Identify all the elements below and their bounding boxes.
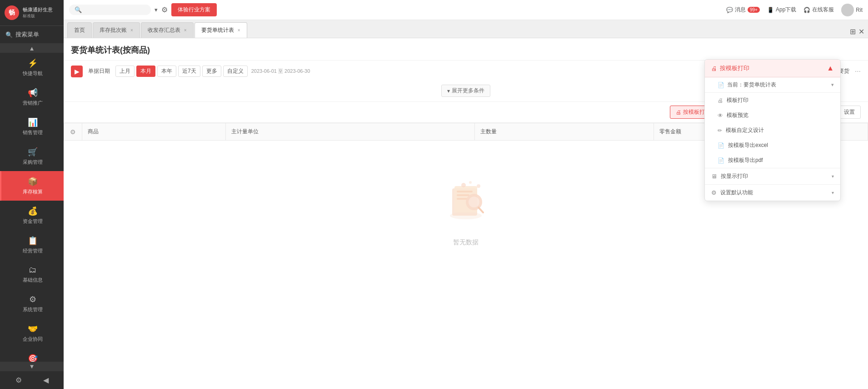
basic-icon: 🗂 <box>29 265 37 275</box>
svg-point-11 <box>477 184 480 188</box>
print-dropdown: 🖨 按模板打印 ▲ 📄 当前：要货单统计表 ▾ 🖨 模板打印 👁 模板预览 ✏ … <box>704 59 841 201</box>
tab-collection-summary[interactable]: 收发存汇总表 × <box>141 22 194 38</box>
template-preview-item[interactable]: 👁 模板预览 <box>705 108 840 123</box>
headset-icon: 🎧 <box>803 7 810 13</box>
online-service-btn[interactable]: 🎧 在线客服 <box>803 6 834 14</box>
current-template-icon: 📄 <box>718 82 724 88</box>
sidebar-item-operations[interactable]: 📋 经营管理 <box>0 230 64 260</box>
svg-point-9 <box>461 183 466 187</box>
topbar-right: 💬 消息 99+ 📱 App下载 🎧 在线客服 Rit <box>726 4 863 16</box>
app-download-icon: 📱 <box>767 7 774 13</box>
tab-collection-summary-close[interactable]: × <box>184 28 187 33</box>
current-template-item[interactable]: 📄 当前：要货单统计表 ▾ <box>705 77 840 92</box>
empty-svg <box>439 177 493 222</box>
message-label: 消息 <box>735 6 746 14</box>
ellipsis-icon: ⋯ <box>855 68 861 75</box>
sidebar-item-cooperation[interactable]: 🤝 企业协同 <box>0 318 64 348</box>
industry-btn[interactable]: 体验行业方案 <box>171 3 217 16</box>
topbar-dropdown-icon[interactable]: ▾ <box>155 6 158 13</box>
template-print-item[interactable]: 🖨 模板打印 <box>705 93 840 108</box>
search-icon: 🔍 <box>75 6 82 13</box>
sidebar-item-purchase[interactable]: 🛒 采购管理 <box>0 141 64 171</box>
template-design-item[interactable]: ✏ 模板自定义设计 <box>705 123 840 138</box>
username: Rit <box>856 7 863 13</box>
tab-home[interactable]: 首页 <box>67 22 92 38</box>
sidebar-item-basic[interactable]: 🗂 基础信息 <box>0 260 64 289</box>
date-btn-this-month[interactable]: 本月 <box>136 66 155 77</box>
table-settings-icon[interactable]: ⚙ <box>70 128 76 136</box>
sidebar-item-label: 系统管理 <box>23 306 43 313</box>
sidebar-item-label: 基础信息 <box>23 277 43 283</box>
sidebar-item-finance[interactable]: 💰 资金管理 <box>0 201 64 230</box>
date-btn-last-month[interactable]: 上月 <box>115 66 135 77</box>
svg-rect-4 <box>457 194 469 196</box>
search-input[interactable] <box>85 7 139 13</box>
settings-icon[interactable]: ⚙ <box>15 376 22 384</box>
date-btn-more[interactable]: 更多 <box>202 66 221 77</box>
page-title: 要货单统计表(按商品) <box>71 45 861 56</box>
sidebar-item-label: 企业协同 <box>23 336 43 343</box>
sidebar-item-sales[interactable]: 📊 销售管理 <box>0 112 64 141</box>
current-template-section: 📄 当前：要货单统计表 ▾ <box>705 77 840 93</box>
collapse-icon[interactable]: ◀ <box>43 376 49 384</box>
sidebar-item-system[interactable]: ⚙ 系统管理 <box>0 289 64 318</box>
tab-inventory-batch-label: 库存批次账 <box>100 26 127 34</box>
col-quantity: 主数量 <box>475 123 654 141</box>
message-icon: 💬 <box>726 7 733 13</box>
tab-expand-icon[interactable]: ⊞ <box>850 27 856 36</box>
print-dropdown-header: 🖨 按模板打印 ▲ <box>705 60 840 77</box>
date-btn-custom[interactable]: 自定义 <box>223 66 248 77</box>
tab-order-stats-label: 要货单统计表 <box>201 26 234 34</box>
scroll-up-btn[interactable]: ▲ <box>0 44 64 53</box>
template-print-icon: 🖨 <box>718 97 723 104</box>
default-func-section: ⚙ 设置默认功能 ▾ <box>705 185 840 201</box>
search-menu[interactable]: 🔍 搜索菜单 <box>0 26 64 44</box>
current-template-arrow: ▾ <box>831 82 834 88</box>
col-settings[interactable]: ⚙ <box>64 123 82 141</box>
export-pdf-item[interactable]: 📄 按模板导出pdf <box>705 153 840 168</box>
tab-close-all-icon[interactable]: ✕ <box>858 27 864 36</box>
date-btn-this-year[interactable]: 本年 <box>157 66 176 77</box>
sidebar-item-quick-nav[interactable]: ⚡ 快捷导航 <box>0 53 64 82</box>
topbar-gear-icon[interactable]: ⚙ <box>161 5 168 14</box>
sidebar-item-label: 快捷导航 <box>23 70 43 77</box>
newbie-icon: 🎯 <box>28 354 38 362</box>
inventory-icon: 📦 <box>28 177 38 187</box>
finance-icon: 💰 <box>28 206 38 216</box>
message-btn[interactable]: 💬 消息 99+ <box>726 6 760 14</box>
tab-order-stats[interactable]: 要货单统计表 × <box>195 22 247 38</box>
sidebar-item-marketing[interactable]: 📢 营销推广 <box>0 82 64 112</box>
scroll-down-btn[interactable]: ▼ <box>0 362 64 371</box>
current-template-label: 当前：要货单统计表 <box>727 81 776 89</box>
tab-inventory-batch-close[interactable]: × <box>130 28 133 33</box>
user-avatar-area[interactable]: Rit <box>841 4 863 16</box>
svg-point-10 <box>469 181 472 184</box>
sidebar-item-label: 资金管理 <box>23 218 43 225</box>
tab-order-stats-close[interactable]: × <box>238 28 240 33</box>
display-print-item[interactable]: 🖥 按显示打印 ▾ <box>705 168 840 184</box>
expand-more-label: 展开更多条件 <box>452 87 484 95</box>
topbar-search-box[interactable]: 🔍 <box>69 5 151 15</box>
tab-inventory-batch[interactable]: 库存批次账 × <box>93 22 140 38</box>
sidebar-item-newbie[interactable]: 🎯 新手引导 <box>0 348 64 362</box>
app-download-btn[interactable]: 📱 App下载 <box>767 6 796 14</box>
tabbar: 首页 库存批次账 × 收发存汇总表 × 要货单统计表 × ⊞ ✕ <box>64 20 868 38</box>
date-btn-7days[interactable]: 近7天 <box>178 66 200 77</box>
page-header: 要货单统计表(按商品) <box>64 38 868 61</box>
display-print-label: 按显示打印 <box>721 172 748 180</box>
filter-expand-icon[interactable]: ▶ <box>71 66 83 77</box>
expand-more-btn[interactable]: ▾ 展开更多条件 <box>441 85 490 97</box>
print-dropdown-close-btn[interactable]: ▲ <box>827 64 834 72</box>
export-excel-item[interactable]: 📄 按模板导出excel <box>705 138 840 153</box>
sidebar-item-inventory[interactable]: 📦 库存核算 <box>0 171 64 201</box>
app-name: 畅康通好生意 <box>23 6 53 13</box>
display-print-section: 🖥 按显示打印 ▾ <box>705 168 840 185</box>
sidebar-bottom: ⚙ ◀ <box>0 371 64 389</box>
date-filter-label: 单据日期 <box>88 67 110 75</box>
settings-btn[interactable]: 设置 <box>838 106 861 119</box>
default-func-item[interactable]: ⚙ 设置默认功能 ▾ <box>705 185 840 201</box>
search-icon: 🔍 <box>5 31 13 38</box>
template-design-icon: ✏ <box>718 127 722 134</box>
template-preview-label: 模板预览 <box>727 111 748 119</box>
col-unit: 主计量单位 <box>226 123 475 141</box>
